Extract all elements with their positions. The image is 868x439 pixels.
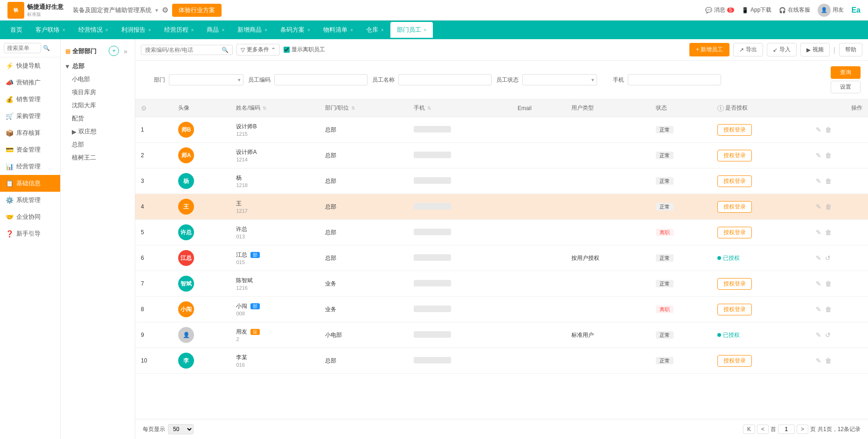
tree-item-xiaodian[interactable]: 小电部 [61, 73, 135, 86]
tree-item-project[interactable]: 项目库房 [61, 86, 135, 99]
sidebar-item-inventory[interactable]: 📦 库存核算 [0, 125, 60, 141]
auth-login-button[interactable]: 授权登录 [717, 304, 752, 315]
auth-login-button[interactable]: 授权登录 [717, 355, 752, 367]
close-icon[interactable]: × [105, 28, 108, 33]
tab-home[interactable]: 首页 [4, 22, 29, 38]
delete-icon[interactable]: 🗑 [825, 357, 832, 364]
sidebar-item-marketing[interactable]: 📣 营销推广 [0, 74, 60, 91]
auth-login-button[interactable]: 授权登录 [717, 227, 752, 238]
sidebar-item-quick-nav[interactable]: ⚡ 快捷导航 [0, 57, 60, 74]
tab-warehouse[interactable]: 仓库 × [360, 22, 390, 38]
delete-icon[interactable]: 🗑 [825, 306, 832, 313]
tree-item-zhishu[interactable]: 植树王二 [61, 151, 135, 164]
edit-icon[interactable]: ✎ [816, 357, 821, 364]
tab-dept-employee[interactable]: 部门员工 × [390, 22, 433, 38]
sidebar-item-system[interactable]: ⚙️ 系统管理 [0, 192, 60, 209]
tab-bom[interactable]: 物料清单 × [317, 22, 360, 38]
close-icon[interactable]: × [264, 28, 267, 33]
close-icon-active[interactable]: × [424, 28, 427, 33]
sidebar-item-guide[interactable]: ❓ 新手引导 [0, 225, 60, 242]
edit-icon[interactable]: ✎ [816, 177, 821, 185]
import-button[interactable]: ↙ 导入 [767, 43, 797, 56]
next-page-button[interactable]: > [797, 425, 808, 434]
close-icon[interactable]: × [381, 28, 384, 33]
edit-icon[interactable]: ✎ [816, 203, 821, 210]
edit-icon[interactable]: ✎ [816, 126, 821, 133]
auth-login-button[interactable]: 授权登录 [717, 278, 752, 290]
reset-button[interactable]: 设置 [831, 81, 861, 93]
sidebar-item-purchase[interactable]: 🛒 采购管理 [0, 108, 60, 125]
delete-icon[interactable]: 🗑 [825, 152, 832, 159]
tab-goods[interactable]: 商品 × [200, 22, 231, 38]
sidebar-item-collaboration[interactable]: 🤝 企业协同 [0, 209, 60, 225]
tree-item-zongbu[interactable]: 总部 [61, 138, 135, 151]
employee-search-input[interactable] [145, 47, 220, 53]
close-icon[interactable]: × [307, 28, 310, 33]
more-conditions-btn[interactable]: ▽ 更多条件 ⌃ [236, 44, 280, 56]
auth-login-button[interactable]: 授权登录 [717, 124, 752, 136]
app-download-button[interactable]: 📱 App下载 [742, 6, 771, 14]
gear-icon[interactable]: ⚙ [162, 6, 168, 14]
tab-new-goods[interactable]: 新增商品 × [231, 22, 274, 38]
export-button[interactable]: ↗ 导出 [733, 43, 763, 56]
dept-select[interactable] [169, 74, 243, 85]
delete-icon[interactable]: 🗑 [825, 280, 832, 287]
close-icon[interactable]: × [191, 28, 194, 33]
dept-tree-collapse-btn[interactable]: » [121, 46, 130, 57]
tree-item-shenyang[interactable]: 沈阳大库 [61, 99, 135, 112]
add-employee-button[interactable]: + 新增员工 [689, 43, 729, 56]
tree-item-shuangzhuang[interactable]: ▶ 双庄想 [61, 125, 135, 138]
sidebar-item-sales[interactable]: 💰 销售管理 [0, 91, 60, 108]
page-size-select[interactable]: 50 100 [168, 424, 194, 434]
auth-login-button[interactable]: 授权登录 [717, 175, 752, 187]
settings-col-icon[interactable]: ⚙ [141, 105, 147, 112]
messages-button[interactable]: 💬 消息 5 [705, 6, 735, 14]
restore-icon[interactable]: ↺ [825, 254, 831, 262]
page-input[interactable] [778, 425, 795, 434]
auth-login-button[interactable]: 授权登录 [717, 201, 752, 213]
emp-code-input[interactable] [274, 74, 368, 85]
tab-customer[interactable]: 客户联络 × [29, 22, 72, 38]
show-resigned-label[interactable]: 显示离职员工 [284, 46, 325, 54]
search-button[interactable]: 查询 [831, 66, 861, 79]
tree-item-root[interactable]: ▼ 总部 [61, 60, 135, 73]
trial-button[interactable]: 体验行业方案 [172, 4, 222, 17]
sort-icon[interactable]: ⇅ [263, 105, 266, 111]
close-icon[interactable]: × [222, 28, 224, 33]
prev-page-button[interactable]: < [757, 425, 769, 434]
video-button[interactable]: ▶ 视频 [800, 43, 830, 56]
tab-operation-history[interactable]: 经营历程 × [158, 22, 201, 38]
sort-icon[interactable]: ⇅ [351, 105, 355, 111]
user-menu[interactable]: 👤 用友 [818, 4, 844, 17]
sidebar-item-finance[interactable]: 💳 资金管理 [0, 141, 60, 158]
emp-name-input[interactable] [398, 74, 492, 85]
online-service-button[interactable]: 🎧 在线客服 [779, 6, 810, 14]
tab-operation-status[interactable]: 经营情况 × [72, 22, 115, 38]
phone-input[interactable] [628, 74, 721, 85]
help-button[interactable]: 帮助 [839, 43, 862, 56]
edit-icon[interactable]: ✎ [816, 331, 821, 339]
close-icon[interactable]: × [148, 28, 151, 33]
tab-barcode[interactable]: 条码方案 × [274, 22, 317, 38]
restore-icon[interactable]: ↺ [825, 331, 831, 339]
edit-icon[interactable]: ✎ [816, 306, 821, 313]
show-resigned-checkbox[interactable] [284, 47, 290, 53]
sidebar-search-input[interactable] [4, 43, 41, 53]
sort-icon[interactable]: ⇅ [427, 105, 431, 111]
delete-icon[interactable]: 🗑 [825, 126, 832, 133]
edit-icon[interactable]: ✎ [816, 152, 821, 159]
delete-icon[interactable]: 🗑 [825, 177, 832, 185]
delete-icon[interactable]: 🗑 [825, 203, 832, 210]
first-page-button[interactable]: K [743, 425, 755, 434]
dept-tree-add-btn[interactable]: + [109, 46, 119, 56]
auth-login-button[interactable]: 授权登录 [717, 150, 752, 161]
tree-item-peihuo[interactable]: 配货 [61, 112, 135, 125]
delete-icon[interactable]: 🗑 [825, 229, 832, 236]
close-icon[interactable]: × [62, 28, 65, 33]
tab-profit-report[interactable]: 利润报告 × [115, 22, 158, 38]
close-icon[interactable]: × [350, 28, 353, 33]
sys-title-dropdown-icon[interactable]: ▾ [155, 7, 158, 14]
sidebar-item-operation[interactable]: 📊 经营管理 [0, 158, 60, 175]
edit-icon[interactable]: ✎ [816, 254, 821, 262]
status-select[interactable] [522, 74, 597, 85]
